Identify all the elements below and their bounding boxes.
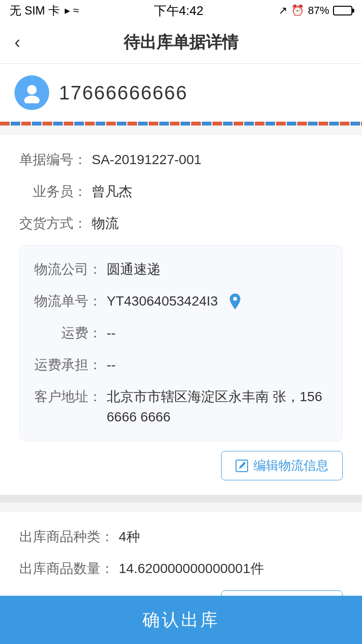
product-qty-row: 出库商品数量： 14.620000000000001件 bbox=[19, 559, 343, 579]
status-bar: 无 SIM 卡 ▸ ≈ 下午4:42 ↗ ⏰ 87% bbox=[0, 0, 362, 21]
edit-logistics-button[interactable]: 编辑物流信息 bbox=[221, 451, 343, 480]
customer-phone: 17666666666 bbox=[59, 82, 188, 104]
freight-value: -- bbox=[107, 323, 328, 343]
confirm-out-label: 确认出库 bbox=[142, 608, 220, 632]
order-info-section: 单据编号： SA-20191227-001 业务员： 曾凡杰 交货方式： 物流 … bbox=[0, 135, 362, 495]
logistics-company-row: 物流公司： 圆通速递 bbox=[34, 259, 328, 280]
customer-header: 17666666666 bbox=[0, 64, 362, 122]
salesperson-label: 业务员： bbox=[19, 182, 92, 202]
logistics-company-value: 圆通速递 bbox=[107, 259, 328, 280]
freight-label: 运费： bbox=[34, 323, 107, 343]
edit-logistics-label: 编辑物流信息 bbox=[253, 457, 329, 474]
status-time: 下午4:42 bbox=[154, 2, 204, 19]
tracking-no-text: YT43064053424I3 bbox=[107, 291, 218, 311]
logistics-box: 物流公司： 圆通速递 物流单号： YT43064053424I3 运费： -- … bbox=[19, 245, 343, 441]
avatar bbox=[14, 75, 49, 110]
svg-point-1 bbox=[24, 96, 40, 103]
delivery-method-label: 交货方式： bbox=[19, 213, 92, 234]
section-separator bbox=[0, 495, 362, 503]
product-types-value: 4种 bbox=[119, 527, 343, 547]
freight-bearer-row: 运费承担： -- bbox=[34, 355, 328, 375]
delivery-method-value: 物流 bbox=[92, 213, 343, 234]
product-qty-label: 出库商品数量： bbox=[19, 559, 119, 579]
salesperson-value: 曾凡杰 bbox=[92, 182, 343, 202]
tracking-no-row: 物流单号： YT43064053424I3 bbox=[34, 291, 328, 311]
product-qty-value: 14.620000000000001件 bbox=[119, 559, 343, 579]
alarm-icon: ⏰ bbox=[291, 4, 304, 17]
product-types-row: 出库商品种类： 4种 bbox=[19, 527, 343, 547]
battery-icon bbox=[333, 6, 352, 15]
order-no-value: SA-20191227-001 bbox=[92, 150, 343, 170]
salesperson-row: 业务员： 曾凡杰 bbox=[19, 182, 343, 202]
page-title: 待出库单据详情 bbox=[124, 31, 238, 54]
tracking-location-icon[interactable] bbox=[225, 292, 245, 311]
svg-point-0 bbox=[27, 85, 37, 95]
status-right: ↗ ⏰ 87% bbox=[278, 4, 352, 17]
nav-bar: ‹ 待出库单据详情 bbox=[0, 21, 362, 64]
back-button[interactable]: ‹ bbox=[14, 32, 20, 53]
svg-point-2 bbox=[233, 297, 237, 301]
location-status-icon: ↗ bbox=[278, 4, 287, 17]
product-types-label: 出库商品种类： bbox=[19, 527, 119, 547]
address-row: 客户地址： 北京市市辖区海淀区永丰南 张，156 6666 6666 bbox=[34, 387, 328, 427]
order-no-row: 单据编号： SA-20191227-001 bbox=[19, 150, 343, 170]
freight-row: 运费： -- bbox=[34, 323, 328, 343]
carrier-text: 无 SIM 卡 bbox=[10, 3, 60, 18]
tracking-no-value: YT43064053424I3 bbox=[107, 291, 328, 311]
wifi-icon: ▸ ≈ bbox=[65, 4, 79, 17]
freight-bearer-label: 运费承担： bbox=[34, 355, 107, 375]
freight-bearer-value: -- bbox=[107, 355, 328, 375]
tracking-no-label: 物流单号： bbox=[34, 291, 107, 311]
battery-text: 87% bbox=[308, 4, 329, 17]
logistics-company-label: 物流公司： bbox=[34, 259, 107, 280]
status-left: 无 SIM 卡 ▸ ≈ bbox=[10, 3, 79, 18]
edit-btn-row: 编辑物流信息 bbox=[19, 451, 343, 480]
address-value: 北京市市辖区海淀区永丰南 张，156 6666 6666 bbox=[107, 387, 328, 427]
confirm-out-button[interactable]: 确认出库 bbox=[0, 596, 362, 644]
delivery-method-row: 交货方式： 物流 bbox=[19, 213, 343, 234]
dashed-divider bbox=[0, 122, 362, 126]
order-no-label: 单据编号： bbox=[19, 150, 92, 170]
address-label: 客户地址： bbox=[34, 387, 107, 407]
